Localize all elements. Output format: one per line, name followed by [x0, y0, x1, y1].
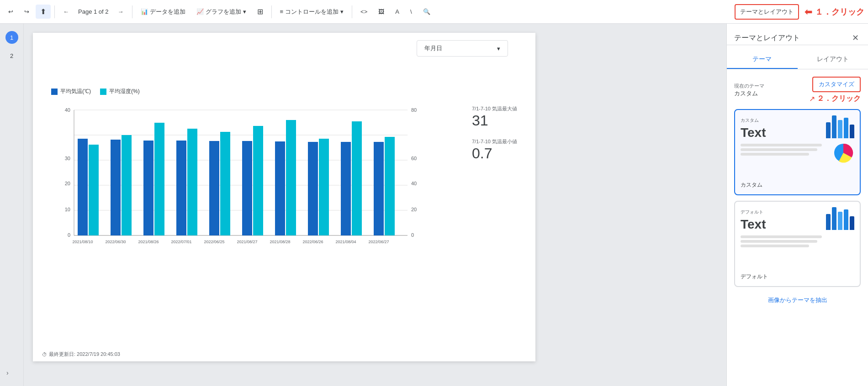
svg-text:2021/08/26: 2021/08/26	[138, 240, 159, 244]
theme-card-default-right	[826, 207, 854, 230]
line-d-2	[741, 240, 817, 243]
line-1	[741, 144, 822, 146]
mini-bar-d-4	[844, 209, 848, 230]
svg-rect-33	[253, 126, 263, 235]
stat-value-max: 31	[472, 112, 517, 129]
separator-3	[271, 5, 272, 18]
svg-rect-41	[341, 142, 351, 235]
extract-image-button[interactable]: 画像からテーマを抽出	[734, 292, 861, 308]
select-tool-button[interactable]: ⬆	[36, 5, 51, 19]
customize-button[interactable]: カスタマイズ	[812, 77, 861, 92]
theme-layout-button[interactable]: テーマとレイアウト	[735, 4, 799, 20]
svg-text:20: 20	[411, 207, 417, 212]
svg-rect-17	[78, 139, 88, 235]
expand-sidebar-button[interactable]: ›	[6, 369, 9, 377]
draw-button[interactable]: \	[406, 5, 417, 18]
mini-bar-3	[838, 120, 842, 138]
svg-rect-30	[220, 132, 230, 235]
svg-rect-29	[209, 141, 219, 235]
svg-rect-24	[154, 123, 164, 235]
svg-rect-18	[89, 145, 99, 235]
svg-rect-21	[122, 135, 132, 235]
mini-bar-1	[826, 122, 831, 138]
svg-text:10: 10	[65, 207, 70, 212]
panel-close-button[interactable]: ✕	[850, 31, 861, 45]
text-embed-button[interactable]: A	[391, 5, 404, 18]
text-icon: A	[395, 8, 399, 15]
mini-bar-d-5	[850, 216, 854, 230]
current-theme-info: 現在のテーマ カスタム	[734, 83, 764, 98]
svg-rect-23	[143, 141, 153, 235]
stat-block-min: 7/1-7-10 気温最小値 0.7	[472, 138, 517, 162]
svg-rect-38	[308, 142, 318, 235]
line-d-1	[741, 235, 822, 238]
separator-4	[352, 5, 352, 18]
canvas-area: 年月日 ▾ 平均気温(℃) 平均湿度(%)	[24, 24, 726, 386]
page-num-2[interactable]: 2	[5, 49, 18, 62]
add-graph-button[interactable]: 📈 グラフを追加 ▾	[192, 5, 251, 19]
page-num-1[interactable]: 1	[5, 31, 18, 44]
theme-card-custom-left: カスタム Text	[741, 115, 826, 157]
add-data-button[interactable]: 📊 データを追加	[136, 5, 190, 19]
theme-card-default[interactable]: デフォルト Text	[734, 201, 861, 287]
tab-theme[interactable]: テーマ	[727, 51, 798, 69]
undo-button[interactable]: ↩	[4, 5, 18, 18]
stat-block-max: 7/1-7-10 気温最大値 31	[472, 105, 517, 129]
svg-text:2021/08/04: 2021/08/04	[335, 240, 356, 244]
chart-wrapper: 40 30 20 10 0 80 60 40 20 0	[51, 101, 517, 276]
nav-back-button[interactable]: ←	[58, 5, 74, 18]
annotation-text-2: ２．クリック	[817, 94, 861, 104]
theme-card-default-left: デフォルト Text	[741, 207, 826, 249]
theme-text-custom: Text	[741, 125, 826, 140]
legend-item-temp: 平均気温(℃)	[51, 88, 91, 95]
zoom-icon: 🔍	[423, 8, 430, 15]
add-graph-icon: 📈	[196, 8, 204, 15]
code-embed-button[interactable]: <>	[356, 5, 372, 18]
chevron-right-icon: ›	[6, 369, 9, 376]
nav-forward-button[interactable]: →	[113, 5, 128, 18]
bar-chart: 40 30 20 10 0 80 60 40 20 0	[51, 101, 458, 276]
svg-text:2022/06/30: 2022/06/30	[105, 240, 126, 244]
separator-1	[54, 5, 55, 18]
toolbar: ↩ ↪ ⬆ ← Page 1 of 2 → 📊 データを追加 📈 グラフを追加 …	[0, 0, 868, 24]
redo-icon: ↪	[24, 8, 29, 15]
theme-card-custom[interactable]: カスタム Text	[734, 109, 861, 195]
svg-rect-45	[385, 137, 395, 235]
zoom-button[interactable]: 🔍	[418, 5, 435, 18]
redo-button[interactable]: ↪	[20, 5, 34, 18]
theme-lines-default	[741, 235, 826, 247]
annotation-arrow-2: ↗	[809, 94, 815, 103]
mini-bar-4	[844, 118, 848, 138]
clock-icon: ⏱	[42, 352, 47, 357]
layout-button[interactable]: ⊞	[253, 5, 268, 19]
mini-bar-d-1	[826, 214, 831, 230]
nav-forward-icon: →	[118, 8, 124, 15]
svg-text:20: 20	[65, 181, 70, 186]
panel-title: テーマとレイアウト	[734, 33, 800, 43]
theme-lines-custom	[741, 144, 826, 156]
svg-text:2021/08/27: 2021/08/27	[237, 240, 257, 244]
stat-label-min: 7/1-7-10 気温最小値	[472, 138, 517, 145]
add-control-button[interactable]: ≡ コントロールを追加 ▾	[275, 5, 349, 19]
svg-rect-44	[374, 142, 384, 235]
current-theme-label: 現在のテーマ	[734, 83, 764, 89]
mini-bar-2	[832, 115, 836, 138]
chart-svg: 40 30 20 10 0 80 60 40 20 0	[51, 101, 426, 274]
layout-icon: ⊞	[257, 7, 263, 16]
mini-bar-d-3	[838, 212, 842, 230]
mini-pie-custom	[832, 142, 854, 164]
chevron-down-icon-2: ▾	[340, 8, 344, 15]
theme-label-default: デフォルト	[741, 273, 854, 281]
svg-rect-35	[275, 141, 285, 235]
theme-type-default: デフォルト	[741, 209, 763, 214]
mini-bar-d-2	[832, 207, 836, 230]
theme-type-custom: カスタム	[741, 118, 759, 123]
theme-card-default-inner: デフォルト Text	[741, 207, 854, 271]
image-embed-button[interactable]: 🖼	[374, 5, 389, 18]
panel-tabs: テーマ レイアウト	[727, 51, 868, 69]
mini-bars-custom	[826, 115, 854, 138]
tab-layout[interactable]: レイアウト	[798, 51, 868, 69]
theme-text-default: Text	[741, 217, 826, 232]
date-filter[interactable]: 年月日 ▾	[417, 40, 508, 57]
current-theme-name: カスタム	[734, 89, 764, 98]
